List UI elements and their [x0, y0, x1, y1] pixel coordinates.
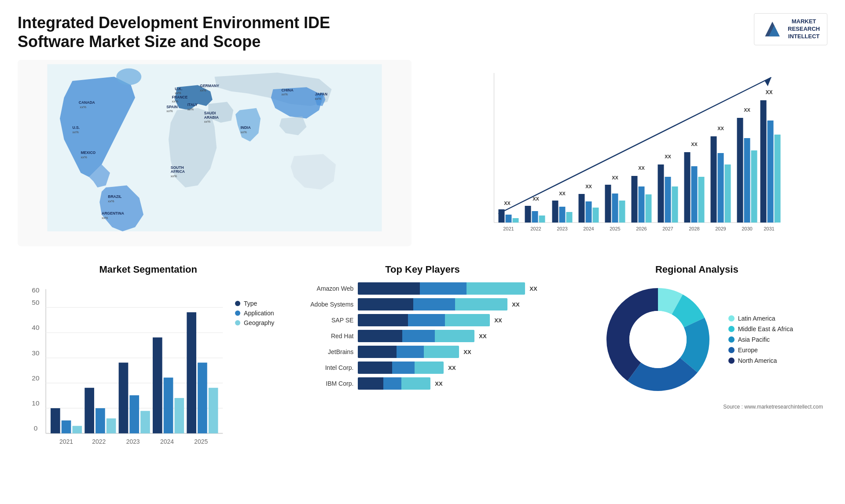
svg-text:2024: 2024	[583, 226, 594, 231]
svg-text:XX: XX	[559, 191, 566, 196]
svg-text:CANADA: CANADA	[79, 101, 95, 105]
svg-rect-67	[646, 194, 652, 223]
svg-text:xx%: xx%	[240, 130, 247, 134]
svg-rect-90	[760, 100, 767, 223]
legend-apac: Asia Pacific	[728, 336, 793, 343]
svg-rect-126	[198, 363, 207, 434]
svg-text:AFRICA: AFRICA	[171, 169, 185, 174]
svg-text:INDIA: INDIA	[240, 126, 250, 130]
svg-text:2025: 2025	[610, 226, 620, 231]
svg-rect-76	[691, 166, 698, 223]
player-bar	[358, 377, 430, 390]
legend-europe: Europe	[728, 347, 793, 354]
svg-text:XX: XX	[665, 154, 671, 159]
svg-text:20: 20	[32, 374, 39, 382]
svg-text:ARABIA: ARABIA	[204, 115, 219, 120]
svg-text:xx%: xx%	[166, 110, 173, 113]
svg-rect-45	[525, 206, 531, 223]
segmentation-panel: Market Segmentation 0 10 20 30 40 50 60	[18, 259, 279, 465]
svg-rect-75	[684, 152, 691, 223]
svg-text:xx%: xx%	[80, 105, 87, 109]
svg-text:xx%: xx%	[200, 88, 206, 92]
svg-text:SOUTH: SOUTH	[171, 165, 184, 170]
svg-rect-65	[632, 176, 638, 223]
player-xx: XX	[435, 380, 442, 387]
svg-rect-117	[119, 363, 129, 434]
growth-chart-container: XX 2021 XX 2022 XX 2023 XX 2024 XX	[425, 60, 827, 246]
logo: MARKET RESEARCH INTELLECT	[754, 13, 827, 45]
regional-legend: Latin America Middle East & Africa Asia …	[728, 315, 793, 364]
svg-rect-61	[612, 194, 618, 223]
player-xx: XX	[512, 301, 519, 308]
legend-application-dot	[235, 310, 240, 316]
svg-text:XX: XX	[612, 175, 618, 180]
svg-rect-127	[209, 388, 218, 434]
legend-geography-label: Geography	[244, 319, 274, 326]
svg-rect-71	[665, 177, 671, 223]
svg-rect-122	[164, 378, 173, 434]
player-name: JetBrains	[296, 348, 353, 355]
svg-text:60: 60	[32, 287, 39, 294]
player-row: JetBrains XX	[296, 346, 548, 358]
svg-text:MEXICO: MEXICO	[81, 151, 96, 155]
svg-text:xx%: xx%	[73, 130, 79, 134]
player-bar	[358, 362, 444, 374]
header: Integrated Development Environment IDE S…	[18, 13, 827, 51]
svg-text:xx%: xx%	[187, 107, 194, 111]
svg-text:XX: XX	[691, 142, 698, 147]
segmentation-title: Market Segmentation	[22, 264, 274, 275]
svg-rect-85	[737, 118, 743, 223]
player-xx: XX	[448, 365, 456, 371]
player-name: IBM Corp.	[296, 380, 353, 387]
player-bar	[358, 298, 507, 310]
bottom-section: Market Segmentation 0 10 20 30 40 50 60	[18, 259, 827, 465]
svg-rect-51	[559, 207, 566, 223]
svg-rect-91	[768, 121, 774, 223]
player-row: Red Hat XX	[296, 330, 548, 342]
svg-rect-42	[513, 218, 519, 223]
svg-text:xx%: xx%	[204, 120, 211, 124]
svg-point-134	[629, 311, 687, 368]
player-bar-wrap: XX	[358, 282, 548, 295]
donut-chart	[601, 282, 715, 397]
svg-text:30: 30	[32, 349, 39, 357]
svg-rect-82	[725, 164, 731, 223]
svg-text:XX: XX	[744, 107, 750, 113]
svg-text:XX: XX	[717, 126, 724, 131]
legend-mea-dot	[728, 326, 735, 332]
player-bar-wrap: XX	[358, 314, 548, 326]
legend-latin-dot	[728, 315, 735, 321]
svg-text:2026: 2026	[636, 226, 647, 231]
svg-text:2025: 2025	[194, 438, 208, 445]
svg-text:10: 10	[32, 399, 39, 407]
bar-seg-mid	[420, 282, 467, 295]
legend-mea-label: Middle East & Africa	[738, 325, 793, 332]
regional-title: Regional Analysis	[571, 264, 823, 275]
players-title: Top Key Players	[296, 264, 548, 275]
svg-rect-66	[639, 186, 645, 223]
world-map: CANADA xx% U.S. xx% MEXICO xx% BRAZIL xx…	[22, 64, 407, 231]
legend-latin-label: Latin America	[738, 315, 775, 322]
svg-text:CHINA: CHINA	[282, 88, 294, 92]
legend-europe-dot	[728, 347, 735, 353]
svg-text:XX: XX	[504, 201, 511, 206]
svg-rect-121	[153, 338, 162, 434]
svg-rect-111	[72, 426, 82, 434]
svg-text:2022: 2022	[92, 438, 106, 445]
svg-text:2023: 2023	[557, 226, 567, 231]
svg-text:2031: 2031	[764, 226, 774, 231]
player-name: SAP SE	[296, 317, 353, 324]
player-row: SAP SE XX	[296, 314, 548, 326]
legend-type-label: Type	[244, 300, 257, 307]
svg-rect-56	[586, 201, 592, 223]
svg-text:BRAZIL: BRAZIL	[108, 194, 121, 199]
svg-text:SAUDI: SAUDI	[204, 111, 216, 115]
svg-text:U.S.: U.S.	[73, 126, 80, 130]
svg-text:FRANCE: FRANCE	[172, 95, 188, 99]
player-xx: XX	[529, 285, 537, 292]
player-bar	[358, 314, 490, 326]
svg-rect-125	[187, 312, 196, 433]
legend-apac-label: Asia Pacific	[738, 336, 770, 343]
svg-text:XX: XX	[765, 89, 772, 95]
players-panel: Top Key Players Amazon Web XX Adobe Syst…	[292, 259, 553, 465]
